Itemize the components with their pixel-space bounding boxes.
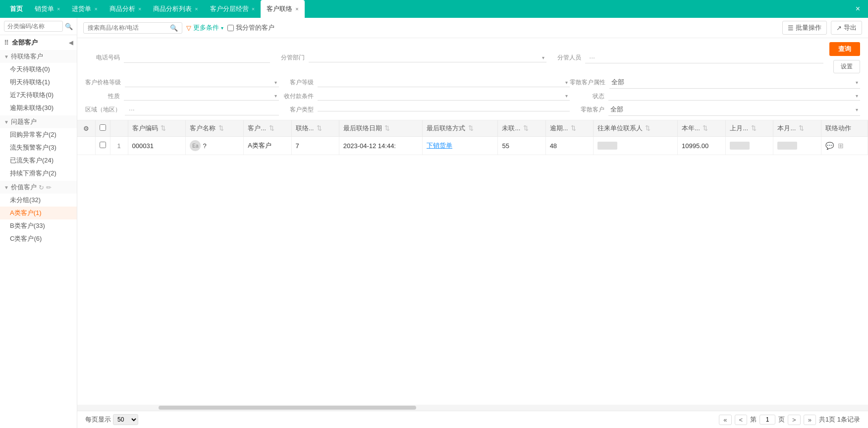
sidebar-item-b-class[interactable]: B类客户(33) [0, 219, 77, 232]
nav-customer-contact[interactable]: 客户联络 × [261, 0, 304, 18]
export-button[interactable]: ↗ 导出 [831, 21, 862, 35]
sort-notcontacted-icon[interactable]: ⇅ [523, 124, 529, 132]
col-code-header[interactable]: 客户编码 ⇅ [128, 120, 186, 137]
sidebar-search-icon[interactable]: 🔍 [65, 23, 73, 30]
edit-value-icon[interactable]: ✏ [46, 184, 52, 191]
all-customers-header[interactable]: ⠿ 全部客户 ◀ [0, 35, 77, 50]
sidebar-group-pending-title[interactable]: ▼ 待联络客户 [0, 50, 77, 63]
sort-overdue-icon[interactable]: ⇅ [571, 124, 576, 132]
status-select[interactable]: ▾ [608, 92, 861, 101]
staff-more-icon[interactable]: ··· [589, 54, 595, 61]
nature-select[interactable]: ▾ [124, 92, 279, 101]
dept-select[interactable]: ▾ [309, 54, 547, 62]
sort-lastmethod-icon[interactable]: ⇅ [468, 124, 474, 132]
close-sales-tab[interactable]: × [57, 6, 60, 12]
col-name-header[interactable]: 客户名称 ⇅ [186, 120, 244, 137]
row-checkbox-cell[interactable] [95, 137, 110, 155]
region-select[interactable]: ··· [125, 104, 279, 115]
col-lastdate-header[interactable]: 最后联络日期 ⇅ [339, 120, 422, 137]
nav-product-analysis-list[interactable]: 商品分析列表 × [147, 0, 204, 18]
col-contact-header[interactable]: 联络... ⇅ [291, 120, 339, 137]
next-page-button[interactable]: > [788, 415, 801, 425]
main-search-icon[interactable]: 🔍 [170, 24, 178, 32]
nav-product-analysis[interactable]: 商品分析 × [104, 0, 147, 18]
close-all-button[interactable]: × [852, 4, 864, 13]
sidebar-item-7days[interactable]: 近7天待联络(0) [0, 89, 77, 102]
close-purchase-tab[interactable]: × [94, 6, 97, 12]
first-page-button[interactable]: « [719, 415, 731, 425]
phone-input[interactable] [124, 53, 270, 63]
page-size-select[interactable]: 50 10 20 100 [113, 414, 138, 425]
sort-unitcontact-icon[interactable]: ⇅ [645, 124, 651, 132]
col-checkbox-header[interactable] [95, 120, 110, 137]
sidebar-item-declining[interactable]: 持续下滑客户(2) [0, 167, 77, 180]
my-customers-checkbox-area[interactable]: 我分管的客户 [227, 23, 274, 32]
sort-thismonth-icon[interactable]: ⇅ [799, 124, 804, 132]
sidebar-group-problem-title[interactable]: ▼ 问题客户 [0, 115, 77, 128]
nav-home[interactable]: 首页 [4, 0, 29, 18]
sort-lastdate-icon[interactable]: ⇅ [384, 124, 390, 132]
col-type-header[interactable]: 客户... ⇅ [244, 120, 291, 137]
scroll-thumb[interactable] [159, 406, 416, 410]
row-lastmethod-cell[interactable]: 下销货单 [423, 137, 498, 155]
staff-select[interactable]: ··· [585, 52, 823, 63]
sidebar-item-churn-warning[interactable]: 流失预警客户(3) [0, 141, 77, 154]
settings-button[interactable]: 设置 [833, 60, 860, 73]
sidebar-group-value-title[interactable]: ▼ 价值客户 ↻ ✏ [0, 181, 77, 194]
col-thisyear-header[interactable]: 本年... ⇅ [677, 120, 725, 137]
horizontal-scrollbar[interactable] [77, 405, 868, 411]
sort-name-icon[interactable]: ⇅ [218, 124, 224, 132]
customer-type-select[interactable] [318, 108, 570, 111]
sort-type-icon[interactable]: ⇅ [269, 124, 274, 132]
price-grade-select[interactable]: ▾ [125, 78, 279, 87]
nav-sales[interactable]: 销货单 × [29, 0, 66, 18]
close-customer-stratify-tab[interactable]: × [252, 6, 255, 12]
close-customer-contact-tab[interactable]: × [295, 6, 298, 12]
sidebar-item-churned[interactable]: 已流失客户(24) [0, 154, 77, 167]
close-product-analysis-tab[interactable]: × [138, 6, 141, 12]
my-customers-checkbox[interactable] [227, 25, 234, 31]
sidebar-item-ungrouped[interactable]: 未分组(32) [0, 194, 77, 207]
row-checkbox[interactable] [100, 142, 106, 148]
qr-icon[interactable]: ⊞ [838, 142, 844, 150]
sidebar-item-tomorrow[interactable]: 明天待联络(1) [0, 76, 77, 89]
arrow-pending-icon: ▼ [4, 54, 9, 59]
chat-icon[interactable]: 💬 [825, 142, 834, 150]
page-number-input[interactable] [760, 415, 775, 425]
region-more-icon[interactable]: ··· [129, 106, 135, 113]
select-all-checkbox[interactable] [100, 124, 106, 131]
sort-contact-icon[interactable]: ⇅ [317, 124, 322, 132]
sidebar-item-c-class[interactable]: C类客户(6) [0, 232, 77, 245]
collapse-sidebar-btn[interactable]: ◀ [69, 40, 73, 46]
sort-code-icon[interactable]: ⇅ [161, 124, 166, 132]
col-overdue-header[interactable]: 逾期... ⇅ [545, 120, 593, 137]
arrow-problem-icon: ▼ [4, 119, 9, 125]
nav-customer-stratify[interactable]: 客户分层经营 × [204, 0, 261, 18]
sort-thisyear-icon[interactable]: ⇅ [703, 124, 708, 132]
main-search-input[interactable] [88, 24, 170, 31]
sidebar-item-overdue[interactable]: 逾期未联络(30) [0, 102, 77, 114]
col-lastmonth-header[interactable]: 上月... ⇅ [726, 120, 773, 137]
col-notcontacted-header[interactable]: 未联... ⇅ [498, 120, 545, 137]
sidebar-search-input[interactable] [4, 21, 63, 32]
payment-select[interactable]: ▾ [318, 92, 570, 101]
sort-lastmonth-icon[interactable]: ⇅ [751, 124, 757, 132]
sidebar-item-repurchase-abnormal[interactable]: 回购异常客户(2) [0, 128, 77, 141]
sidebar-item-today[interactable]: 今天待联络(0) [0, 63, 77, 76]
retail-attr-select[interactable]: 全部 ▾ [609, 76, 861, 89]
col-unitcontact-header[interactable]: 往来单位联系人 ⇅ [593, 120, 677, 137]
last-page-button[interactable]: » [804, 415, 816, 425]
col-lastmethod-header[interactable]: 最后联络方式 ⇅ [423, 120, 498, 137]
nav-purchase[interactable]: 进货单 × [66, 0, 103, 18]
retail-customer-select[interactable]: 全部 ▾ [608, 104, 861, 116]
refresh-value-icon[interactable]: ↻ [39, 184, 44, 191]
query-button[interactable]: 查询 [829, 42, 860, 56]
close-product-analysis-list-tab[interactable]: × [195, 6, 198, 12]
batch-ops-button[interactable]: ☰ 批量操作 [782, 21, 827, 35]
col-thismonth-header[interactable]: 本月... ⇅ [773, 120, 821, 137]
sidebar-item-a-class[interactable]: A类客户(1) [0, 207, 77, 219]
customer-grade-select[interactable]: ▾ [318, 78, 570, 87]
more-filters-button[interactable]: ▽ 更多条件 ▾ [186, 23, 223, 32]
col-gear-header[interactable]: ⚙ [77, 120, 95, 137]
prev-page-button[interactable]: < [735, 415, 748, 425]
